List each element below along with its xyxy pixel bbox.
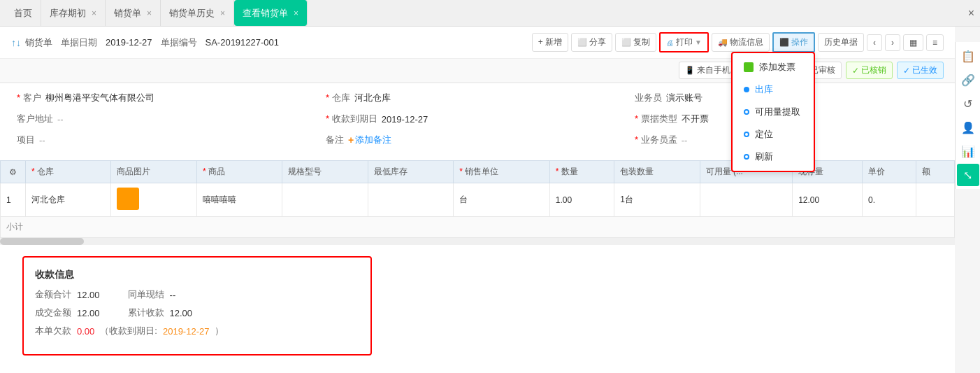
form-icon: ↑↓ — [11, 37, 21, 48]
due-date-value: 2019-12-27 — [382, 114, 428, 125]
history-button[interactable]: 历史单据 — [818, 33, 864, 52]
project-value: -- — [39, 135, 45, 146]
warehouse-field: 仓库 河北仓库 — [326, 92, 629, 104]
transaction-amount: 成交金额 12.00 — [35, 307, 100, 319]
col-warehouse: * 仓库 — [26, 161, 111, 183]
close-sales-history[interactable]: × — [220, 8, 225, 18]
global-close-button[interactable]: × — [968, 7, 974, 20]
copy-button[interactable]: ⬜ 复制 — [615, 33, 656, 52]
number-meta-value: SA-20191227-001 — [206, 37, 280, 48]
print-button[interactable]: 🖨 打印 ▼ — [659, 32, 709, 52]
customer-value: 柳州粤港平安气体有限公司 — [45, 92, 154, 104]
sales-staff-value: -- — [682, 135, 688, 146]
subtotal-row: 小计 — [1, 217, 955, 238]
arrears-label: 本单欠款 — [35, 325, 71, 337]
warehouse-label: 仓库 — [326, 92, 350, 104]
arrears-note: （收款到期日: — [100, 325, 157, 337]
col-extra: 额 — [916, 161, 955, 183]
side-btn-doc[interactable]: 📋 — [957, 45, 979, 67]
dropdown-refresh[interactable]: 刷新 — [733, 146, 814, 168]
ticket-type-value: 不开票 — [682, 113, 709, 125]
add-note-button[interactable]: + 添加备注 — [348, 134, 391, 146]
col-gear[interactable]: ⚙ — [1, 161, 26, 183]
row-amount — [916, 183, 955, 217]
dropdown-add-invoice[interactable]: 添加发票 — [733, 56, 814, 78]
side-btn-chart[interactable]: 📊 — [957, 140, 979, 162]
close-view-sales[interactable]: × — [294, 8, 298, 18]
summary-title: 收款信息 — [35, 269, 359, 281]
dropdown-ship-out[interactable]: 出库 — [733, 78, 814, 101]
table-row: 1 河北仓库 嘻嘻嘻嘻 台 1.00 1台 12 — [1, 183, 955, 217]
sales-staff-label: 业务员孟 — [635, 134, 677, 146]
locate-icon — [744, 132, 749, 137]
operations-button[interactable]: ⬛ 操作 — [772, 32, 815, 52]
col-sales-unit: * 销售单位 — [454, 161, 550, 183]
available-qty-icon — [744, 109, 749, 115]
logistics-button[interactable]: 🚚 物流信息 — [712, 33, 770, 52]
side-btn-refresh[interactable]: ↺ — [957, 92, 979, 115]
scrollbar-thumb[interactable] — [0, 238, 84, 245]
tab-sales-history[interactable]: 销货单历史 × — [161, 0, 234, 26]
row-min-stock — [368, 183, 453, 217]
col-product: * 商品 — [196, 161, 282, 183]
row-sales-unit: 台 — [454, 183, 550, 217]
col-quantity: * 数量 — [549, 161, 614, 183]
list-view-button[interactable]: ≡ — [926, 34, 944, 51]
row-sku — [282, 183, 368, 217]
nav-next-button[interactable]: › — [885, 34, 900, 51]
same-order-settle: 同单现结 -- — [128, 288, 176, 301]
row-available — [700, 183, 793, 217]
row-stock: 12.00 — [793, 183, 863, 217]
staff-value: 演示账号 — [666, 92, 702, 104]
horizontal-scrollbar[interactable] — [0, 238, 955, 245]
dropdown-available-qty[interactable]: 可用量提取 — [733, 101, 814, 123]
cumulative-value: 12.00 — [170, 308, 193, 318]
close-sales-order[interactable]: × — [147, 8, 152, 18]
tab-home[interactable]: 首页 — [6, 0, 41, 26]
arrears-date: 2019-12-27 — [163, 326, 210, 337]
close-inventory-init[interactable]: × — [92, 8, 96, 18]
same-order-label: 同单现结 — [128, 288, 164, 301]
tab-sales-order[interactable]: 销货单 × — [106, 0, 161, 26]
cumulative-label: 累计收款 — [128, 307, 164, 319]
row-unit-price: 0. — [863, 183, 916, 217]
side-btn-user[interactable]: 👤 — [957, 116, 979, 139]
address-field: 客户地址 -- — [17, 113, 320, 125]
share-button[interactable]: ⬜ 分享 — [571, 33, 612, 52]
mobile-button[interactable]: 📱 来自手机 — [679, 62, 737, 79]
row-warehouse: 河北仓库 — [26, 183, 111, 217]
side-panel: 📋 🔗 ↺ 👤 📊 ⤡ — [955, 42, 980, 189]
total-label: 金额合计 — [35, 288, 71, 301]
new-button[interactable]: + 新增 — [532, 33, 568, 52]
ticket-type-label: 票据类型 — [635, 113, 677, 125]
refresh-icon — [744, 154, 749, 160]
project-label: 项目 — [17, 134, 35, 146]
customer-label: 客户 — [17, 92, 41, 104]
side-btn-link[interactable]: 🔗 — [957, 69, 979, 91]
tab-bar: 首页 库存期初 × 销货单 × 销货单历史 × 查看销货单 × × — [0, 0, 980, 27]
sold-out-badge: ✓ 已核销 — [846, 62, 893, 79]
grid-view-button[interactable]: ▦ — [903, 34, 923, 51]
row-pack-qty: 1台 — [614, 183, 700, 217]
col-product-img: 商品图片 — [111, 161, 196, 183]
row-product-img — [111, 183, 196, 217]
effective-badge: ✓ 已生效 — [897, 62, 944, 79]
arrears-value: 0.00 — [77, 326, 94, 337]
row-index: 1 — [1, 183, 26, 217]
date-meta-label: 单据日期 — [61, 36, 97, 49]
nav-prev-button[interactable]: ‹ — [867, 34, 882, 51]
side-btn-expand[interactable]: ⤡ — [957, 164, 979, 186]
col-unit-price: 单价 — [863, 161, 916, 183]
due-date-label: 收款到期日 — [326, 113, 377, 125]
customer-field: 客户 柳州粤港平安气体有限公司 — [17, 92, 320, 104]
dropdown-locate[interactable]: 定位 — [733, 123, 814, 146]
ship-out-icon — [744, 87, 749, 92]
tab-inventory-init[interactable]: 库存期初 × — [41, 0, 106, 26]
form-title-area: ↑↓ 销货单 — [11, 36, 52, 49]
summary-box: 收款信息 金额合计 12.00 同单现结 -- 成交金额 12.00 — [22, 256, 372, 356]
tab-view-sales[interactable]: 查看销货单 × — [234, 0, 308, 26]
date-meta-value: 2019-12-27 — [106, 37, 152, 48]
total-value: 12.00 — [77, 290, 100, 300]
operations-dropdown: 添加发票 出库 可用量提取 定位 — [731, 52, 815, 172]
subtotal-label: 小计 — [1, 217, 955, 238]
